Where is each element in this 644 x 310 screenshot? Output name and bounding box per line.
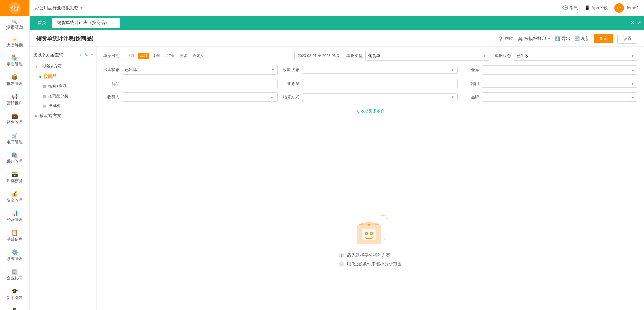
warehouse-control[interactable]: ··· <box>482 65 637 75</box>
filter-item-department: 部门 ▼ <box>463 80 637 88</box>
user-area[interactable]: Ea demo2 <box>614 3 639 13</box>
scheme-edit-icon[interactable]: ✎ <box>84 52 88 58</box>
sidebar-item-ecommerce[interactable]: 🛒 电商管理 <box>0 129 29 148</box>
single-status-control[interactable]: 已生效 ▼ <box>514 51 637 61</box>
svg-text:好生意: 好生意 <box>11 9 18 12</box>
date-btn-custom[interactable]: 自定义 <box>191 53 206 59</box>
sidebar-item-sales[interactable]: 💼 销售管理 <box>0 109 29 129</box>
svg-point-16 <box>384 238 386 240</box>
sidebar-item-appcenter[interactable]: 📱 应用中心 <box>0 304 29 310</box>
user-name: demo2 <box>625 5 639 10</box>
salesperson-dots[interactable]: ··· <box>450 81 454 86</box>
date-btn-this-month[interactable]: 本月 <box>138 53 149 59</box>
sidebar-search[interactable]: 🔍 搜索菜单 <box>0 16 29 34</box>
page-container: 销货单统计计表(按商品) ❓ 帮助 🖨️ 按模板打印 ▼ ⬇️ 导出 <box>30 30 644 310</box>
receiver-control[interactable]: ··· <box>122 92 278 102</box>
scheme-panel: 按以下方案查询 + ✎ « ▼ 电脑端方案 ● <box>30 47 97 310</box>
sidebar-quick-nav[interactable]: ⚡ 快捷导航 <box>0 34 29 51</box>
scheme-item-by-product[interactable]: ● 按商品 <box>30 71 96 82</box>
settings-button[interactable]: 设置 <box>617 34 637 44</box>
settlement-control[interactable]: ▼ <box>302 93 458 101</box>
brand-label: 品牌 <box>463 94 479 100</box>
filter-panel: 单据日期 上月 本月 本年 近7天 更多 自定义 <box>97 47 644 169</box>
scheme-add-icon[interactable]: + <box>79 52 82 58</box>
receive-status-arrow: ▼ <box>451 68 454 72</box>
quick-nav-label: 快捷导航 <box>6 42 23 47</box>
help-btn[interactable]: ❓ 帮助 <box>498 36 514 42</box>
svg-point-3 <box>383 214 385 216</box>
salesperson-control[interactable]: ··· <box>302 79 458 88</box>
industry-selector[interactable]: 办公用品行业模拟账套 ▼ <box>35 5 83 11</box>
out-status-control[interactable]: 已出库 ▼ <box>122 65 278 75</box>
empty-illustration <box>350 212 390 246</box>
tab-expand-icon[interactable]: ⤢ <box>637 20 641 25</box>
single-type-control[interactable]: 销货单 ▼ <box>365 51 489 61</box>
product-dots[interactable]: ··· <box>271 81 275 86</box>
sidebar-item-operations[interactable]: 📊 经营管理 <box>0 207 29 226</box>
department-label: 部门 <box>463 81 479 87</box>
filter-item-type: 单据类型 销货单 ▼ <box>346 51 489 61</box>
date-btn-last-month[interactable]: 上月 <box>125 53 137 59</box>
scheme-sub-item-by-printer[interactable]: ▦ 按司机 <box>30 101 96 111</box>
date-label: 单据日期 <box>103 53 119 59</box>
collapse-more-btn[interactable]: ∧ 收起更多条件 <box>103 108 637 114</box>
filter-item-date: 单据日期 上月 本月 本年 近7天 更多 自定义 <box>103 51 341 61</box>
scheme-sub-item-by-month-product[interactable]: ▦ 按月+商品 <box>30 82 96 91</box>
filter-row-2: 出库状态 已出库 ▼ 收款状态 ▼ <box>103 65 637 75</box>
department-control[interactable]: ▼ <box>482 80 637 88</box>
search-label: 搜索菜单 <box>6 25 23 30</box>
export-btn[interactable]: ⬇️ 导出 <box>555 36 570 42</box>
scheme-collapse-icon[interactable]: « <box>90 52 93 58</box>
app-download-btn[interactable]: 📱 App下载 <box>585 5 608 11</box>
date-btn-more[interactable]: 更多 <box>178 53 190 59</box>
sidebar-item-newbie[interactable]: 🎓 新手引导 <box>0 285 29 304</box>
industry-dropdown-arrow: ▼ <box>80 6 83 10</box>
empty-svg <box>350 212 390 246</box>
sidebar-item-purchase[interactable]: 🛍️ 采购管理 <box>0 148 29 168</box>
collapse-arrow-icon: ∧ <box>356 109 359 114</box>
brand-control[interactable]: ··· <box>482 92 637 102</box>
scheme-group-mobile[interactable]: ▶ 移动端方案 <box>30 111 96 121</box>
scheme-sub-item-by-category[interactable]: ▦ 按商品分类 <box>30 91 96 101</box>
message-btn[interactable]: 💬 消息 <box>562 5 578 11</box>
app-download-icon: 📱 <box>585 5 590 10</box>
sidebar-item-system[interactable]: ⚙️ 系统管理 <box>0 246 29 265</box>
sidebar-item-marketing[interactable]: 📢 营销推广 <box>0 90 29 109</box>
enterprise-icon: 🏢 <box>11 268 18 275</box>
date-btn-this-year[interactable]: 本年 <box>151 53 162 59</box>
sidebar-item-retail[interactable]: 🏪 零售管理 <box>0 51 29 70</box>
scheme-group-desktop-header[interactable]: ▼ 电脑端方案 <box>30 61 96 71</box>
product-control[interactable]: ··· <box>122 79 278 88</box>
help-label: 帮助 <box>505 36 514 42</box>
tab-close-window-icon[interactable]: ✕ <box>631 20 635 25</box>
date-control[interactable]: 上月 本月 本年 近7天 更多 自定义 <box>122 51 295 61</box>
filter-actions: ∧ 收起更多条件 <box>103 106 637 117</box>
logo-icon: 畅捷通 好生意 <box>9 2 21 14</box>
sidebar-item-basics[interactable]: 📋 基础信息 <box>0 226 29 246</box>
sidebar-item-wholesale[interactable]: 📦 批发管理 <box>0 70 29 90</box>
warehouse-dots[interactable]: ··· <box>630 67 634 73</box>
sidebar-item-enterprise[interactable]: 🏢 企业协同 <box>0 265 29 285</box>
refresh-btn[interactable]: 🔄 刷新 <box>574 36 590 42</box>
scheme-sub-icon-printer: ▦ <box>43 104 46 108</box>
newbie-icon: 🎓 <box>11 288 18 294</box>
tab-close-icon[interactable]: ✕ <box>111 20 115 25</box>
query-button[interactable]: 查询 <box>594 34 613 43</box>
receive-status-control[interactable]: ▼ <box>302 66 458 74</box>
print-btn[interactable]: 🖨️ 按模板打印 ▼ <box>518 36 551 42</box>
system-icon: ⚙️ <box>11 249 18 255</box>
filter-item-receive-status: 收款状态 ▼ <box>283 66 458 74</box>
empty-hint-1: 1 请先选择要分析的方案 <box>339 252 401 258</box>
brand-dots[interactable]: ··· <box>630 94 634 100</box>
sidebar-item-finance[interactable]: 💰 资金管理 <box>0 187 29 207</box>
sidebar-item-inventory[interactable]: 🗃️ 库存核算 <box>0 168 29 187</box>
tab-sales-stats[interactable]: 销货单统计计表（按商品） ✕ <box>52 18 120 28</box>
receiver-dots[interactable]: ··· <box>271 94 275 100</box>
tab-home[interactable]: 首页 <box>32 18 52 28</box>
scheme-item-by-product-icon: ● <box>39 74 42 79</box>
top-header-right: 💬 消息 📱 App下载 Ea demo2 <box>562 3 639 13</box>
operations-icon: 📊 <box>11 210 18 216</box>
logo-area[interactable]: 畅捷通 好生意 <box>0 0 29 16</box>
date-btn-7days[interactable]: 近7天 <box>163 53 177 59</box>
wholesale-icon: 📦 <box>11 74 18 80</box>
